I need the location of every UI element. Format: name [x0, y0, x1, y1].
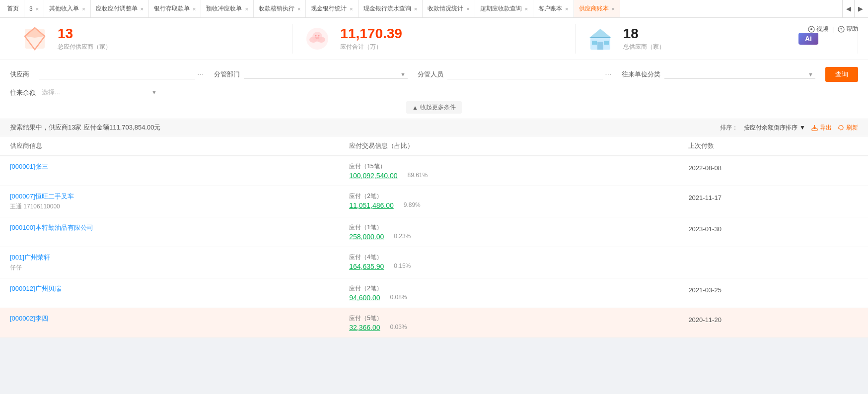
- ai-badge[interactable]: Ai: [798, 33, 818, 45]
- svg-text:?: ?: [840, 27, 842, 32]
- nav-tab-1[interactable]: 3×: [24, 0, 44, 18]
- tx-label: 应付（1笔）: [349, 223, 688, 232]
- balance-select-text: 选择...: [42, 88, 151, 97]
- nav-tab-5[interactable]: 预收冲应收单×: [201, 0, 253, 18]
- sort-select[interactable]: 按应付余额倒序排序 ▼: [744, 124, 805, 132]
- refresh-button[interactable]: 刷新: [838, 124, 858, 132]
- dept-select-arrow: ▼: [400, 71, 406, 77]
- close-tab-6[interactable]: ×: [297, 6, 300, 12]
- table-area: 供应商信息 应付交易信息（占比） 上次付数 [000001]张三应付（15笔）1…: [0, 136, 868, 338]
- tx-amount[interactable]: 164,635.90: [349, 263, 384, 270]
- export-label: 导出: [820, 124, 832, 132]
- nav-tab-2[interactable]: 其他收入单×: [44, 0, 90, 18]
- sort-label: 排序：: [720, 124, 738, 132]
- filter-row-1: 供应商 ··· 分管部门 ▼ 分管人员 ··· 往来单位分类: [10, 67, 858, 82]
- supplier-sub: 王通 17106110000: [10, 202, 349, 211]
- table-row: [000100]本特勤油品有限公司应付（1笔）258,000.000.23%20…: [0, 217, 868, 247]
- nav-tab-3[interactable]: 应收应付调整单×: [91, 0, 149, 18]
- svg-point-9: [315, 37, 319, 39]
- close-tab-12[interactable]: ×: [612, 6, 615, 12]
- stat-block1-text: 13 总应付供应商（家）: [58, 27, 111, 51]
- stat-block2-text: 11,170.39 应付合计（万）: [340, 27, 402, 51]
- supplier-input[interactable]: [39, 69, 195, 79]
- nav-next-arrow[interactable]: ▶: [854, 0, 866, 18]
- svg-point-8: [318, 35, 320, 37]
- close-tab-5[interactable]: ×: [245, 6, 248, 12]
- supplier-name-link[interactable]: [000012]广州贝瑞: [10, 285, 61, 292]
- video-link[interactable]: 视频: [808, 25, 828, 33]
- svg-rect-12: [597, 42, 603, 50]
- stat-value-payable-suppliers: 13: [58, 27, 111, 41]
- collapse-label: 收起更多条件: [420, 103, 456, 112]
- nav-tab-10[interactable]: 超期应收款查询×: [475, 0, 533, 18]
- tx-label: 应付（2笔）: [349, 192, 688, 200]
- close-tab-10[interactable]: ×: [525, 6, 528, 12]
- help-link[interactable]: ? 帮助: [838, 25, 858, 33]
- col-header-lastpay: 上次付数: [688, 141, 858, 150]
- supplier-name-link[interactable]: [000100]本特勤油品有限公司: [10, 224, 93, 231]
- nav-tab-12[interactable]: 供应商账本×: [574, 0, 620, 18]
- tx-amount[interactable]: 94,600.00: [349, 294, 380, 302]
- tx-amount[interactable]: 258,000.00: [349, 233, 384, 241]
- supplier-name-link[interactable]: [000001]张三: [10, 163, 48, 170]
- tx-percent: 9.89%: [404, 201, 421, 208]
- tx-amount[interactable]: 32,366.00: [349, 324, 380, 331]
- tx-amount[interactable]: 100,092,540.00: [349, 172, 397, 180]
- nav-tab-6[interactable]: 收款核销执行×: [254, 0, 306, 18]
- close-tab-9[interactable]: ×: [466, 6, 469, 12]
- nav-tab-4[interactable]: 银行存取款单×: [149, 0, 201, 18]
- svg-rect-13: [592, 41, 597, 45]
- supplier-name-link[interactable]: [000002]李四: [10, 315, 48, 322]
- close-tab-11[interactable]: ×: [565, 6, 568, 12]
- tx-percent: 0.15%: [394, 263, 411, 269]
- last-pay-date: 2021-11-17: [688, 192, 858, 201]
- supplier-name-link[interactable]: [000007]恒旺二手叉车: [10, 193, 74, 200]
- close-tab-7[interactable]: ×: [350, 6, 353, 12]
- tx-label: 应付（5笔）: [349, 314, 688, 323]
- tx-percent: 0.03%: [390, 324, 407, 330]
- table-row: [000007]恒旺二手叉车王通 17106110000应付（2笔）11,051…: [0, 186, 868, 217]
- nav-tab-9[interactable]: 收款情况统计×: [423, 0, 475, 18]
- filter-row-2: 往来余额 选择... ▼: [10, 87, 858, 98]
- last-pay-date: 2020-11-20: [688, 314, 858, 324]
- close-tab-1[interactable]: ×: [36, 6, 39, 12]
- stat-value-total-suppliers: 18: [623, 27, 665, 41]
- stat-label-total-suppliers: 总供应商（家）: [623, 43, 665, 51]
- last-pay-date: 2022-08-08: [688, 162, 858, 172]
- nav-tab-0[interactable]: 首页: [2, 0, 24, 18]
- table-body: [000001]张三应付（15笔）100,092,540.0089.61%202…: [0, 156, 868, 338]
- supplier-dots[interactable]: ···: [197, 70, 204, 79]
- tx-label: 应付（2笔）: [349, 284, 688, 293]
- person-input[interactable]: [447, 69, 603, 79]
- collapse-button[interactable]: ▲ 收起更多条件: [406, 101, 462, 114]
- person-dots[interactable]: ···: [605, 70, 611, 79]
- dept-select[interactable]: ▼: [244, 70, 408, 79]
- filter-supplier: 供应商 ···: [10, 69, 204, 79]
- close-tab-3[interactable]: ×: [141, 6, 144, 12]
- close-tab-2[interactable]: ×: [82, 6, 85, 12]
- main-content: 13 总应付供应商（家） 11,170.39 应付合计（万）: [0, 18, 868, 394]
- close-tab-4[interactable]: ×: [193, 6, 196, 12]
- stat-value-payable-total: 11,170.39: [340, 27, 402, 41]
- tx-amount[interactable]: 11,051,486.00: [349, 201, 394, 209]
- nav-tab-8[interactable]: 现金银行流水查询×: [359, 0, 423, 18]
- filter-area: 供应商 ··· 分管部门 ▼ 分管人员 ··· 往来单位分类: [0, 60, 868, 119]
- sort-arrow: ▼: [799, 124, 805, 131]
- balance-select-arrow: ▼: [151, 89, 157, 95]
- nav-prev-arrow[interactable]: ◀: [842, 0, 854, 18]
- filter-person: 分管人员 ···: [418, 69, 612, 79]
- supplier-name-link[interactable]: [001]广州荣轩: [10, 254, 50, 261]
- tx-percent: 89.61%: [408, 172, 428, 179]
- nav-tab-11[interactable]: 客户账本×: [533, 0, 574, 18]
- balance-select[interactable]: 选择... ▼: [40, 87, 159, 98]
- header-links: 视频 | ? 帮助: [808, 25, 858, 33]
- tx-percent: 0.08%: [390, 294, 407, 301]
- search-button[interactable]: 查询: [825, 67, 858, 82]
- last-pay-date: 2021-03-25: [688, 284, 858, 294]
- category-filter-label: 往来单位分类: [622, 70, 660, 79]
- nav-tab-7[interactable]: 现金银行统计×: [306, 0, 358, 18]
- stat-block-suppliers-payable: 13 总应付供应商（家）: [10, 24, 292, 54]
- export-button[interactable]: 导出: [811, 124, 832, 132]
- category-select[interactable]: ▼: [664, 70, 816, 79]
- close-tab-8[interactable]: ×: [414, 6, 417, 12]
